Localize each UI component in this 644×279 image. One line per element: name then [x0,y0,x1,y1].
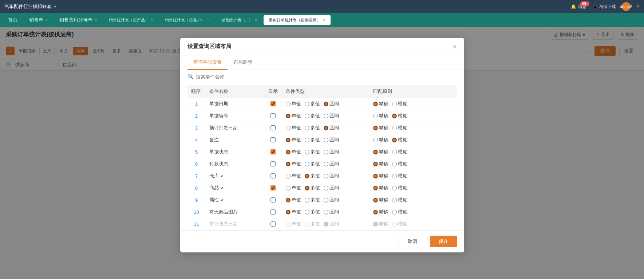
type-radio-item[interactable]: 区间 [324,209,339,215]
type-radio-item[interactable]: 区间 [324,185,339,191]
match-radio-item[interactable]: 精确 [373,125,388,131]
tab-sales-stat-misc-close[interactable]: × [255,18,257,22]
type-radio-item[interactable]: 多值 [305,125,320,131]
type-radio-item[interactable]: 多值 [305,149,320,155]
display-checkbox[interactable] [270,209,276,215]
cancel-button[interactable]: 取消 [399,236,426,247]
tab-purchase-stat[interactable]: 采购订单统计表（按供应商） × [264,15,330,25]
type-radio-item[interactable]: 单值 [286,113,301,119]
display-checkbox[interactable] [270,197,276,203]
type-radio-item[interactable]: 多值 [305,173,320,179]
display-checkbox[interactable] [270,221,276,227]
type-radio-item[interactable]: 区间 [324,197,339,203]
match-radio-item[interactable]: 模糊 [392,161,407,167]
match-radio-item[interactable]: 模糊 [392,149,407,155]
type-radio-item[interactable]: 多值 [305,185,320,191]
display-checkbox[interactable] [270,185,276,190]
topbar-close[interactable]: × [636,3,640,10]
search-input[interactable] [196,74,268,79]
match-radio-item[interactable]: 模糊 [392,209,407,215]
type-radio-item[interactable]: 区间 [324,113,339,119]
match-radio-item[interactable]: 精确 [373,149,388,155]
match-radio-item[interactable]: 模糊 [392,101,407,107]
tab-purchase-stat-close[interactable]: × [323,18,325,22]
match-radio-item[interactable]: 模糊 [392,197,407,203]
match-radio-item[interactable]: 精确 [373,197,388,203]
tab-purchase-stat-label: 采购订单统计表（按供应商） [269,17,321,23]
type-radio-item[interactable]: 多值 [305,101,320,107]
download-label: App下载 [599,4,616,10]
match-radio-item[interactable]: 精确 [373,173,388,179]
dialog-overlay: 设置查询区域布局 × 查询字段设置 布局调整 🔍 [0,27,644,279]
tab-query-fields[interactable]: 查询字段设置 [187,55,228,70]
type-radio-item[interactable]: 区间 [324,125,339,131]
row-order: 8 [187,182,206,194]
type-radio-item[interactable]: 单值 [286,101,301,107]
type-radio-group: 单值多值区间 [286,149,366,155]
type-radio-item[interactable]: 单值 [286,125,301,131]
type-radio-item[interactable]: 单值 [286,149,301,155]
match-radio-item[interactable]: 模糊 [392,113,407,119]
tab-sales-cost[interactable]: 销售费用分摊单 × [54,15,102,25]
tab-sales-order[interactable]: 销售单 × [24,15,53,25]
dropdown-arrow[interactable]: ▾ [54,4,56,9]
match-radio-item[interactable]: 模糊 [392,137,407,143]
row-name: 属性 ∨ [206,194,264,206]
match-radio-item[interactable]: 精确 [373,137,388,143]
type-radio-item[interactable]: 多值 [305,209,320,215]
type-radio-item[interactable]: 多值 [305,197,320,203]
match-radio-item[interactable]: 模糊 [392,173,407,179]
type-radio-item[interactable]: 多值 [305,161,320,167]
tab-sales-stat-product[interactable]: 销售统计表（按产品） × [104,15,158,25]
display-checkbox[interactable] [270,173,276,178]
match-radio-item[interactable]: 模糊 [392,125,407,131]
type-radio-item[interactable]: 多值 [305,113,320,119]
notification-btn[interactable]: 🔔 消息 99+ [571,4,586,10]
type-radio-item[interactable]: 区间 [324,137,339,143]
tab-sales-order-close[interactable]: × [46,18,48,22]
match-radio-item[interactable]: 精确 [373,209,388,215]
display-checkbox-wrap [268,221,278,227]
dialog-close-button[interactable]: × [453,43,457,50]
type-radio-item[interactable]: 单值 [286,197,301,203]
display-checkbox[interactable] [270,113,276,118]
type-radio-item[interactable]: 单值 [286,209,301,215]
match-radio-item[interactable]: 模糊 [392,185,407,191]
match-radio-item[interactable]: 模糊 [392,221,407,227]
match-radio-item[interactable]: 精确 [373,161,388,167]
tab-sales-stat-customer[interactable]: 销售统计表（按客户） × [160,15,214,25]
tab-home[interactable]: 首页 [3,15,23,25]
save-button[interactable]: 保存 [430,236,457,247]
type-radio-item[interactable]: 区间 [324,173,339,179]
type-radio-item[interactable]: 区间 [324,221,339,227]
download-btn[interactable]: 📱 App下载 [592,4,616,10]
match-radio-item[interactable]: 精确 [373,221,388,227]
type-radio-item[interactable]: 区间 [324,149,339,155]
type-radio-item[interactable]: 单值 [286,221,301,227]
tab-sales-stat-misc[interactable]: 销售统计表（...） × [216,15,262,25]
row-name: 商品 ∨ [206,182,264,194]
type-radio-item[interactable]: 多值 [305,137,320,143]
tab-layout-adjust-label: 布局调整 [233,59,252,65]
type-radio-item[interactable]: 单值 [286,137,301,143]
tab-sales-stat-customer-close[interactable]: × [207,18,209,22]
match-radio-item[interactable]: 精确 [373,101,388,107]
tab-layout-adjust[interactable]: 布局调整 [228,55,258,70]
display-checkbox[interactable] [270,149,276,154]
display-checkbox[interactable] [270,101,276,106]
tab-sales-stat-product-close[interactable]: × [151,18,153,22]
match-radio-item[interactable]: 精确 [373,113,388,119]
type-radio-item[interactable]: 区间 [324,101,339,107]
match-radio-item[interactable]: 精确 [373,185,388,191]
avatar[interactable]: demo2 [622,2,631,11]
type-radio-item[interactable]: 单值 [286,173,301,179]
type-radio-item[interactable]: 单值 [286,161,301,167]
type-radio-item[interactable]: 区间 [324,161,339,167]
type-radio-item[interactable]: 多值 [305,221,320,227]
tab-sales-cost-close[interactable]: × [95,18,97,22]
display-checkbox[interactable] [270,137,276,142]
type-radio-item[interactable]: 单值 [286,185,301,191]
match-radio-group: 精确模糊 [373,221,453,227]
display-checkbox[interactable] [270,125,276,130]
display-checkbox[interactable] [270,161,276,166]
